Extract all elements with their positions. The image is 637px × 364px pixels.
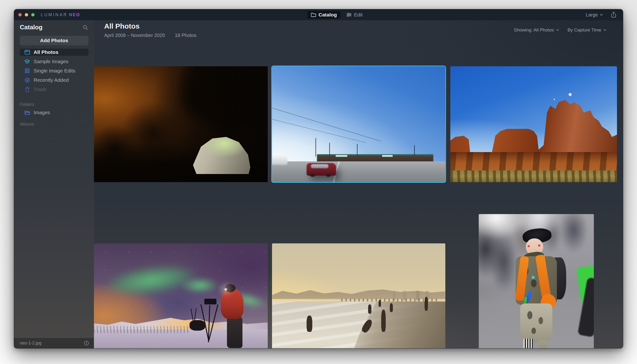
statusbar: neo-1-2.jpg [14, 338, 94, 348]
showing-filter-dropdown[interactable]: Showing: All Photos [514, 28, 559, 33]
search-icon[interactable] [83, 25, 88, 30]
pant-leg [538, 340, 547, 349]
roadside-building [317, 154, 433, 162]
car-windows [311, 164, 328, 168]
folder-icon [311, 13, 316, 17]
page-subtitle: April 2008 – November 2020 18 Photos [98, 33, 196, 38]
folder-icon [24, 110, 30, 115]
sidebar-item-trash[interactable]: Trash [20, 86, 88, 93]
building-sign [382, 155, 393, 157]
photo-count: 18 Photos [175, 33, 196, 38]
brush-silhouettes [94, 326, 190, 333]
sidebar-header: Catalog [14, 20, 94, 31]
trash-icon [24, 87, 30, 92]
chevron-down-icon [600, 14, 603, 16]
window-controls [18, 13, 34, 16]
utility-pole [357, 144, 358, 156]
beach-figure [381, 310, 386, 332]
selected-filename: neo-1-2.jpg [20, 341, 42, 346]
photo-thumbnail-aurora[interactable] [94, 244, 268, 348]
utility-pole [316, 138, 316, 156]
info-icon[interactable] [84, 341, 89, 346]
moon [568, 93, 572, 96]
view-mode-tabs: Catalog Edit [307, 11, 366, 18]
sidebar-item-label: Trash [34, 86, 46, 92]
minimize-window-button[interactable] [25, 13, 28, 16]
clown-figure [509, 228, 566, 348]
sort-order-dropdown[interactable]: By Capture Time [568, 28, 606, 33]
close-window-button[interactable] [18, 13, 22, 16]
chevron-down-icon [604, 29, 606, 31]
photo-thumbnail-beach-sunset[interactable] [272, 244, 445, 348]
plus-circle-icon [24, 78, 30, 83]
gallery-content: All Photos April 2008 – November 2020 18… [94, 20, 623, 348]
showing-filter-value: Showing: All Photos [514, 28, 554, 33]
car-wheel [310, 174, 315, 177]
zoom-window-button[interactable] [31, 13, 34, 16]
titlebar-right: Large [586, 9, 616, 20]
beach-figure [424, 297, 428, 311]
sidebar-item-label: Sample Images [34, 59, 68, 64]
sliders-icon [346, 13, 352, 17]
titlebar: LUMINARNEO Catalog [14, 9, 623, 20]
folders-list: Images [14, 109, 94, 116]
logo-primary: LUMINAR [41, 12, 68, 17]
beach-figure [368, 304, 371, 314]
thumbnail-size-dropdown[interactable]: Large [586, 12, 603, 18]
photo-thumbnail-monument-valley[interactable] [450, 66, 617, 182]
photographer-legs [227, 316, 243, 348]
scrub-brush [450, 170, 617, 182]
sidebar-item-label: All Photos [34, 49, 58, 55]
sidebar-item-single-image-edits[interactable]: Single Image Edits [20, 67, 88, 74]
red-cheek [538, 244, 540, 247]
sidebar: Catalog Add Photos [14, 20, 94, 348]
sidebar-item-sample-images[interactable]: Sample Images [20, 58, 88, 65]
tab-catalog[interactable]: Catalog [307, 11, 340, 18]
camera-bag [190, 320, 205, 331]
camera [204, 299, 216, 304]
photo-thumbnail-clown[interactable] [479, 214, 594, 348]
graduation-cap-icon [24, 59, 30, 64]
app-logo: LUMINARNEO [41, 12, 80, 18]
striped-sock [524, 339, 533, 348]
photos-icon [24, 50, 30, 54]
desktop-background: LUMINARNEO Catalog [0, 0, 637, 364]
logo-accent: NEO [69, 12, 80, 17]
sidebar-item-all-photos[interactable]: All Photos [20, 49, 88, 56]
beach-figure [306, 316, 312, 332]
chevron-down-icon [556, 29, 559, 31]
date-range: April 2008 – November 2020 [104, 33, 165, 38]
sidebar-item-label: Images [34, 110, 50, 115]
sidebar-title: Catalog [20, 24, 42, 31]
app-window: LUMINARNEO Catalog [14, 9, 623, 348]
road-surface [272, 162, 445, 182]
share-icon[interactable] [611, 12, 616, 18]
camo-pants [520, 304, 552, 343]
sidebar-item-recently-added[interactable]: Recently Added [20, 76, 88, 84]
beach-figure [378, 300, 381, 307]
sidebar-item-images-folder[interactable]: Images [20, 109, 88, 116]
red-car [306, 163, 336, 176]
tab-edit[interactable]: Edit [343, 11, 366, 18]
photo-thumbnail-roadside-car[interactable] [272, 66, 445, 182]
tab-catalog-label: Catalog [318, 12, 337, 18]
photographer-red-jacket [221, 289, 244, 319]
sort-order-value: By Capture Time [568, 28, 602, 33]
utility-pole [329, 143, 330, 156]
add-photos-button[interactable]: Add Photos [20, 36, 88, 45]
utility-pole [414, 145, 415, 156]
page-title: All Photos [104, 22, 140, 30]
sidebar-item-label: Recently Added [34, 77, 69, 83]
building-sign [336, 155, 347, 157]
tab-edit-label: Edit [354, 12, 362, 18]
blurred-van [272, 156, 288, 165]
grid-icon [24, 68, 30, 73]
albums-section-label: Albums [20, 122, 94, 127]
gallery-filters: Showing: All Photos By Capture Time [514, 28, 606, 33]
thumbnail-size-value: Large [586, 12, 598, 18]
beach-figure [390, 303, 393, 312]
aurora-band [174, 276, 226, 295]
folders-section-label: Folders [20, 102, 94, 107]
sidebar-item-label: Single Image Edits [34, 68, 75, 74]
photo-thumbnail-tent-night[interactable] [94, 66, 268, 182]
